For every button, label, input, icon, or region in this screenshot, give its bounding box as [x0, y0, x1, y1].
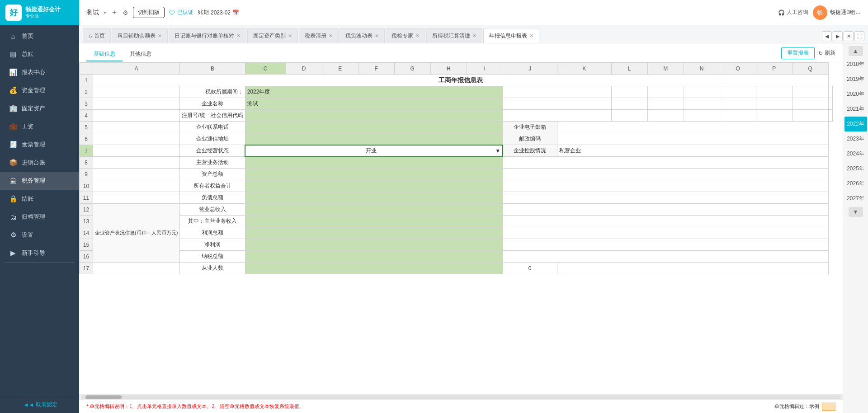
cell-12c[interactable] — [245, 204, 503, 216]
tab-annual[interactable]: 年报信息申报表 ✕ — [483, 28, 539, 43]
tab-income-tax-close[interactable]: ✕ — [472, 33, 476, 39]
sidebar-item-closing[interactable]: 🔒 结账 — [0, 190, 79, 208]
col-header-d[interactable]: D — [286, 63, 322, 75]
topbar-dropdown-arrow[interactable]: ▾ — [104, 9, 106, 16]
year-item-2018[interactable]: 2018年 — [844, 57, 867, 72]
collapse-btn[interactable]: ◄◄ 取消固定 — [0, 396, 79, 413]
col-header-m[interactable]: M — [647, 63, 684, 75]
col-header-e[interactable]: E — [322, 63, 358, 75]
tabbar-prev-btn[interactable]: ◀ — [822, 31, 832, 41]
reset-report-btn[interactable]: 重置报表 — [781, 47, 815, 59]
cell-5k[interactable] — [557, 122, 828, 133]
col-header-k[interactable]: K — [557, 63, 611, 75]
tab-aux-close[interactable]: ✕ — [158, 33, 162, 39]
cell-17c[interactable] — [245, 263, 503, 274]
cell-2a[interactable] — [93, 86, 180, 98]
year-item-2019[interactable]: 2019年 — [844, 72, 867, 87]
refresh-btn[interactable]: ↻ 刷新 — [818, 49, 835, 57]
tab-tax-check[interactable]: 税检专家 ✕ — [386, 28, 425, 43]
tab-home[interactable]: ⌂ 首页 — [83, 28, 111, 43]
cell-5c[interactable] — [245, 122, 503, 133]
tab-journal[interactable]: 日记账与银行对账单核对 ✕ — [169, 28, 246, 43]
sidebar-item-report[interactable]: 📊 报表中心 — [0, 63, 79, 81]
tab-assets-cat[interactable]: 固定资产类别 ✕ — [247, 28, 298, 43]
topbar-help-btn[interactable]: 🎧 人工咨询 — [778, 9, 808, 16]
col-header-h[interactable]: H — [430, 63, 467, 75]
cell-7c-dropdown[interactable]: 开业 ▼ — [245, 145, 503, 157]
cell-10c[interactable] — [245, 180, 503, 192]
sidebar-item-assets[interactable]: 🏢 固定资产 — [0, 99, 79, 117]
year-item-2022[interactable]: 2022年 — [844, 117, 867, 131]
tabbar-close-btn[interactable]: ✕ — [844, 31, 854, 41]
cell-3c[interactable]: 测试 — [245, 98, 503, 110]
cell-11c[interactable] — [245, 192, 503, 204]
spreadsheet-wrapper[interactable]: A B C D E F G H I J K L M — [79, 62, 843, 394]
cell-16c[interactable] — [245, 251, 503, 263]
scroll-thumb[interactable] — [85, 395, 122, 399]
tab-journal-close[interactable]: ✕ — [236, 33, 241, 39]
sidebar-item-inventory[interactable]: 📦 进销台账 — [0, 154, 79, 172]
tab-tax-wave-close[interactable]: ✕ — [375, 33, 379, 39]
sidebar-item-guide[interactable]: ▶ 新手引导 — [0, 244, 79, 262]
cell-9c[interactable] — [245, 169, 503, 180]
cell-15c[interactable] — [245, 239, 503, 251]
topbar-add-btn[interactable]: ＋ — [111, 8, 118, 17]
year-item-2021[interactable]: 2021年 — [844, 102, 867, 117]
tab-income-tax[interactable]: 所得税汇算清缴 ✕ — [426, 28, 482, 43]
year-item-2026[interactable]: 2026年 — [844, 176, 867, 191]
col-header-p[interactable]: P — [756, 63, 792, 75]
tab-tax-wave[interactable]: 税负波动表 ✕ — [340, 28, 385, 43]
year-item-2025[interactable]: 2025年 — [844, 161, 867, 176]
cell-8c[interactable] — [245, 157, 503, 169]
sidebar-item-archive[interactable]: 🗂 归档管理 — [0, 208, 79, 226]
col-header-b[interactable]: B — [180, 63, 245, 75]
cell-17j-value[interactable]: 0 — [503, 263, 557, 274]
sidebar-item-ledger[interactable]: ▤ 总账 — [0, 45, 79, 63]
col-header-l[interactable]: L — [611, 63, 647, 75]
col-header-n[interactable]: N — [684, 63, 720, 75]
tab-annual-close[interactable]: ✕ — [529, 33, 533, 39]
calendar-icon[interactable]: 📅 — [232, 9, 239, 16]
tab-basic-info[interactable]: 基础信息 — [86, 47, 123, 61]
year-item-2023[interactable]: 2023年 — [844, 131, 867, 146]
sidebar-item-settings[interactable]: ⚙ 设置 — [0, 226, 79, 244]
col-header-a[interactable]: A — [93, 63, 180, 75]
tab-tax-check-close[interactable]: ✕ — [415, 33, 420, 39]
tab-other-info[interactable]: 其他信息 — [123, 47, 159, 61]
year-item-2024[interactable]: 2024年 — [844, 146, 867, 161]
tabbar-maximize-btn[interactable]: ⛶ — [854, 31, 864, 41]
col-header-j[interactable]: J — [503, 63, 557, 75]
tab-tax-table[interactable]: 税表清册 ✕ — [299, 28, 339, 43]
horizontal-scrollbar[interactable] — [79, 394, 843, 399]
col-header-g[interactable]: G — [394, 63, 430, 75]
year-item-2020[interactable]: 2020年 — [844, 87, 867, 102]
col-header-i[interactable]: I — [467, 63, 503, 75]
topbar-user[interactable]: 畅 畅捷通B组… — [813, 5, 861, 20]
sidebar-item-home[interactable]: ⌂ 首页 — [0, 27, 79, 45]
tabbar-next-btn[interactable]: ▶ — [833, 31, 843, 41]
cell-2c[interactable]: 2022年度 — [245, 86, 503, 98]
tab-tax-table-close[interactable]: ✕ — [329, 33, 333, 39]
tab-aux[interactable]: 科目辅助余额表 ✕ — [112, 28, 168, 43]
sidebar-item-capital[interactable]: 💰 资金管理 — [0, 81, 79, 99]
year-item-2027[interactable]: 2027年 — [844, 191, 867, 206]
col-header-q[interactable]: Q — [792, 63, 828, 75]
col-header-c[interactable]: C — [245, 63, 286, 75]
sidebar-item-invoice[interactable]: 🧾 发票管理 — [0, 136, 79, 154]
cell-14c[interactable] — [245, 227, 503, 239]
cell-7k[interactable]: 私营企业 — [557, 145, 828, 157]
topbar-old-version-btn[interactable]: 切到旧版 — [133, 7, 165, 18]
col-header-o[interactable]: O — [720, 63, 756, 75]
topbar-gear-icon[interactable]: ⚙ — [123, 9, 128, 16]
cell-13c[interactable] — [245, 216, 503, 227]
year-nav-down-btn[interactable]: ▼ — [849, 207, 863, 217]
sidebar-item-salary[interactable]: 💼 工资 — [0, 117, 79, 136]
dropdown-arrow-icon[interactable]: ▼ — [495, 148, 500, 154]
cell-6k[interactable] — [557, 133, 828, 145]
col-header-f[interactable]: F — [358, 63, 394, 75]
sidebar-item-tax[interactable]: 🏛 税务管理 — [0, 172, 79, 190]
cell-6c[interactable] — [245, 133, 503, 145]
tab-assets-cat-close[interactable]: ✕ — [288, 33, 292, 39]
year-nav-up-btn[interactable]: ▲ — [849, 46, 863, 56]
cell-4c[interactable] — [245, 110, 503, 122]
